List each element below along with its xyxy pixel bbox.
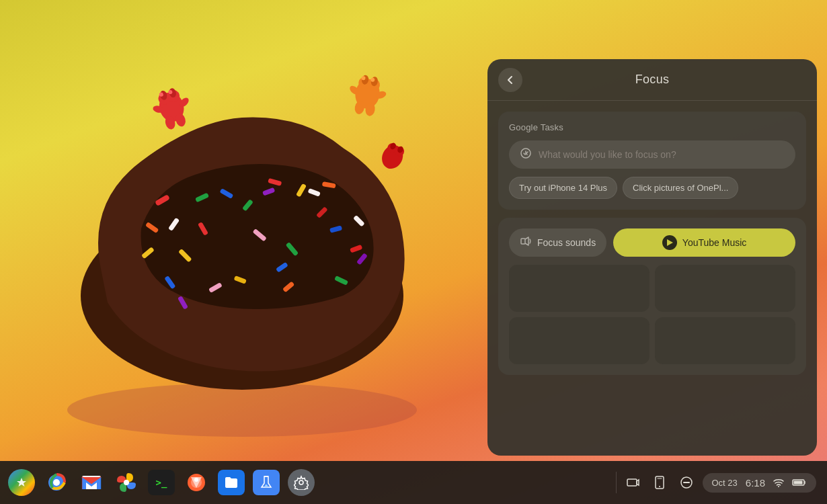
task-chip-2[interactable]: Click pictures of OnePl...	[623, 177, 738, 199]
google-tasks-label: Google Tasks	[509, 122, 795, 132]
focus-sounds-icon	[520, 235, 532, 250]
svg-rect-58	[521, 239, 525, 244]
shelf-icon-settings[interactable]	[285, 466, 317, 499]
focus-panel: Focus Google Tasks What would you like t…	[487, 59, 817, 456]
sound-grid-item-2[interactable]	[655, 265, 795, 312]
google-tasks-section: Google Tasks What would you like to focu…	[498, 112, 806, 210]
task-input-placeholder: What would you like to focus on?	[539, 149, 676, 160]
back-button[interactable]	[498, 68, 522, 92]
tray-divider	[616, 472, 617, 493]
svg-point-63	[124, 480, 129, 485]
svg-point-72	[659, 486, 660, 487]
time-display: 6:18	[746, 477, 765, 489]
shelf-icon-lab[interactable]	[250, 466, 282, 499]
shelf-icon-chrome[interactable]	[40, 466, 73, 499]
sound-buttons-row: Focus sounds YouTube Music	[509, 228, 795, 257]
screen-record-icon[interactable]	[622, 472, 643, 493]
battery-icon	[792, 478, 807, 487]
svg-point-61	[54, 480, 59, 485]
svg-point-0	[67, 383, 417, 437]
focus-sounds-button[interactable]: Focus sounds	[509, 228, 606, 257]
focus-panel-title: Focus	[635, 73, 670, 87]
sound-section: Focus sounds YouTube Music	[498, 218, 806, 375]
task-chip-1[interactable]: Try out iPhone 14 Plus	[509, 177, 617, 199]
svg-point-67	[265, 485, 268, 487]
task-chips-container: Try out iPhone 14 Plus Click pictures of…	[509, 177, 795, 199]
focus-panel-content: Google Tasks What would you like to focu…	[487, 101, 817, 456]
shelf-icon-assistant[interactable]	[5, 466, 38, 499]
shelf-icon-orion[interactable]	[180, 466, 212, 499]
system-tray: Oct 23 6:18	[622, 472, 822, 493]
sound-grid-item-4[interactable]	[655, 317, 795, 364]
focus-sounds-label: Focus sounds	[537, 237, 596, 248]
svg-point-66	[194, 478, 198, 482]
wifi-icon	[773, 478, 784, 487]
wallpaper-illustration	[34, 13, 491, 457]
shelf-icon-terminal[interactable]: >_	[145, 466, 178, 499]
shelf-icons: >_	[5, 466, 611, 499]
shelf-icon-gmail[interactable]	[75, 466, 108, 499]
sound-grid	[509, 265, 795, 364]
task-input-field[interactable]: What would you like to focus on?	[509, 140, 795, 169]
do-not-disturb-icon[interactable]	[676, 472, 697, 493]
sound-grid-item-3[interactable]	[509, 317, 649, 364]
taskbar: >_	[0, 461, 827, 504]
date-display: Oct 23	[712, 478, 738, 488]
svg-rect-78	[794, 481, 803, 485]
sound-grid-item-1[interactable]	[509, 265, 649, 312]
svg-point-76	[778, 486, 779, 487]
shelf-icon-files[interactable]	[215, 466, 247, 499]
youtube-music-label: YouTube Music	[682, 237, 746, 248]
svg-point-69	[299, 480, 303, 485]
focus-panel-header: Focus	[487, 59, 817, 101]
youtube-icon	[662, 235, 677, 250]
phone-icon[interactable]	[649, 472, 670, 493]
task-input-icon	[520, 147, 532, 162]
shelf-icon-photos[interactable]	[110, 466, 143, 499]
clock-area[interactable]: Oct 23 6:18	[703, 473, 817, 493]
youtube-music-button[interactable]: YouTube Music	[613, 228, 795, 257]
svg-rect-70	[627, 479, 637, 486]
